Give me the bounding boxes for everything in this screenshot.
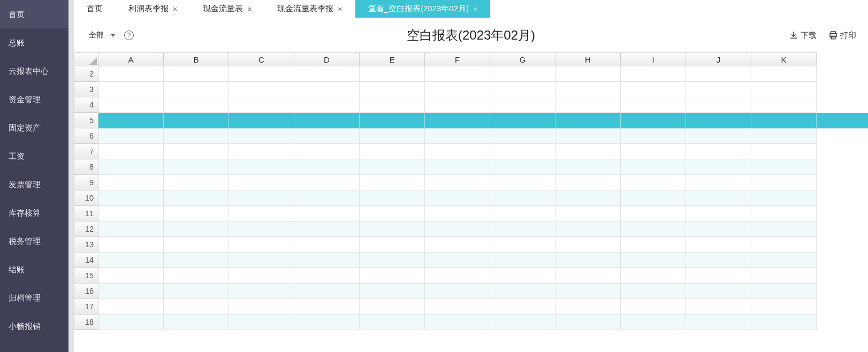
cell-B10[interactable]: [164, 190, 229, 206]
cell-E12[interactable]: [360, 221, 425, 237]
cell-D9[interactable]: [294, 175, 360, 190]
cell-D10[interactable]: [294, 190, 360, 206]
cell-J6[interactable]: [686, 128, 751, 144]
cell-E2[interactable]: [360, 66, 425, 82]
row-header-13[interactable]: 13: [74, 237, 98, 252]
cell-F3[interactable]: [425, 82, 490, 97]
cell-G10[interactable]: [490, 190, 555, 206]
cell-I18[interactable]: [621, 315, 686, 330]
cell-C18[interactable]: [229, 315, 294, 330]
cell-D3[interactable]: [294, 82, 360, 97]
cell-A7[interactable]: [98, 144, 164, 159]
cell-D15[interactable]: [294, 268, 360, 284]
sidebar-item-1[interactable]: 总账: [0, 28, 68, 57]
cell-E10[interactable]: [360, 190, 425, 206]
spreadsheet[interactable]: ABCDEFGHIJK23456789101112131415161718: [74, 52, 868, 352]
cell-K14[interactable]: [751, 252, 817, 268]
cell-B3[interactable]: [164, 82, 229, 97]
cell-K3[interactable]: [751, 82, 817, 97]
tab-3[interactable]: 现金流量表季报×: [264, 0, 355, 18]
cell-F12[interactable]: [425, 221, 490, 237]
cell-H2[interactable]: [555, 66, 621, 82]
cell-G14[interactable]: [490, 252, 555, 268]
cell-F9[interactable]: [425, 175, 490, 190]
cell-E6[interactable]: [360, 128, 425, 144]
cell-G8[interactable]: [490, 159, 555, 175]
cell-I4[interactable]: [621, 97, 686, 113]
sidebar-item-11[interactable]: 小畅报销: [0, 312, 68, 340]
cell-G5[interactable]: [490, 113, 555, 128]
cell-I8[interactable]: [621, 159, 686, 175]
cell-I14[interactable]: [621, 252, 686, 268]
cell-C9[interactable]: [229, 175, 294, 190]
row-header-18[interactable]: 18: [74, 315, 98, 330]
cell-E14[interactable]: [360, 252, 425, 268]
sidebar-item-2[interactable]: 云报表中心: [0, 57, 68, 85]
row-header-16[interactable]: 16: [74, 284, 98, 299]
cell-K2[interactable]: [751, 66, 817, 82]
cell-J18[interactable]: [686, 315, 751, 330]
select-all-corner[interactable]: [74, 52, 98, 66]
cell-B18[interactable]: [164, 315, 229, 330]
column-header-C[interactable]: C: [229, 52, 294, 66]
cell-I13[interactable]: [621, 237, 686, 252]
cell-H16[interactable]: [555, 284, 621, 299]
cell-K18[interactable]: [751, 315, 817, 330]
cell-G15[interactable]: [490, 268, 555, 284]
cell-H14[interactable]: [555, 252, 621, 268]
cell-D5[interactable]: [294, 113, 360, 128]
column-header-K[interactable]: K: [751, 52, 817, 66]
cell-F15[interactable]: [425, 268, 490, 284]
cell-K9[interactable]: [751, 175, 817, 190]
row-header-7[interactable]: 7: [74, 144, 98, 159]
cell-G16[interactable]: [490, 284, 555, 299]
cell-J16[interactable]: [686, 284, 751, 299]
cell-A13[interactable]: [98, 237, 164, 252]
cell-B17[interactable]: [164, 299, 229, 315]
cell-B14[interactable]: [164, 252, 229, 268]
cell-A4[interactable]: [98, 97, 164, 113]
tab-0[interactable]: 首页: [74, 0, 116, 18]
cell-H15[interactable]: [555, 268, 621, 284]
cell-D2[interactable]: [294, 66, 360, 82]
cell-H4[interactable]: [555, 97, 621, 113]
cell-K12[interactable]: [751, 221, 817, 237]
tab-1[interactable]: 利润表季报×: [116, 0, 190, 18]
row-header-14[interactable]: 14: [74, 252, 98, 268]
cell-E15[interactable]: [360, 268, 425, 284]
cell-I12[interactable]: [621, 221, 686, 237]
tab-4[interactable]: 查看_空白报表(2023年02月)×: [355, 0, 491, 18]
cell-G18[interactable]: [490, 315, 555, 330]
cell-A3[interactable]: [98, 82, 164, 97]
cell-A12[interactable]: [98, 221, 164, 237]
column-header-B[interactable]: B: [164, 52, 229, 66]
cell-J3[interactable]: [686, 82, 751, 97]
cell-I6[interactable]: [621, 128, 686, 144]
cell-F11[interactable]: [425, 206, 490, 221]
cell-H7[interactable]: [555, 144, 621, 159]
cell-F5[interactable]: [425, 113, 490, 128]
sidebar-item-0[interactable]: 首页: [0, 0, 68, 28]
cell-H10[interactable]: [555, 190, 621, 206]
cell-I3[interactable]: [621, 82, 686, 97]
cell-H9[interactable]: [555, 175, 621, 190]
cell-E16[interactable]: [360, 284, 425, 299]
cell-G7[interactable]: [490, 144, 555, 159]
row-header-3[interactable]: 3: [74, 82, 98, 97]
cell-F7[interactable]: [425, 144, 490, 159]
cell-E7[interactable]: [360, 144, 425, 159]
cell-J14[interactable]: [686, 252, 751, 268]
sidebar-item-7[interactable]: 库存核算: [0, 198, 68, 227]
cell-J7[interactable]: [686, 144, 751, 159]
cell-C11[interactable]: [229, 206, 294, 221]
cell-G17[interactable]: [490, 299, 555, 315]
cell-G6[interactable]: [490, 128, 555, 144]
cell-B7[interactable]: [164, 144, 229, 159]
cell-K7[interactable]: [751, 144, 817, 159]
cell-A16[interactable]: [98, 284, 164, 299]
cell-F8[interactable]: [425, 159, 490, 175]
cell-H3[interactable]: [555, 82, 621, 97]
row-header-10[interactable]: 10: [74, 190, 98, 206]
cell-G13[interactable]: [490, 237, 555, 252]
column-header-E[interactable]: E: [360, 52, 425, 66]
